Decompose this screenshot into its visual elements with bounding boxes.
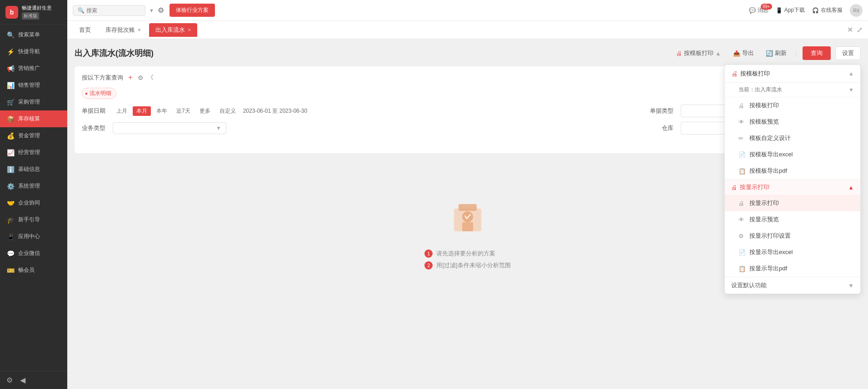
settings-bottom-icon[interactable]: ⚙ xyxy=(6,376,13,384)
message-btn[interactable]: 💬 消息 99+ xyxy=(749,6,768,14)
dropdown-current-arrow: ▼ xyxy=(848,87,854,93)
sidebar-item-system[interactable]: ⚙️ 系统管理 xyxy=(0,178,67,194)
sidebar-label-search: 搜索菜单 xyxy=(18,31,40,39)
app-download-btn[interactable]: 📱 App下载 xyxy=(776,6,805,14)
filter-collapse-btn[interactable]: 《 xyxy=(147,74,154,82)
export-label: 导出 xyxy=(742,49,754,57)
tab-in-out-flow-close[interactable]: × xyxy=(188,27,191,33)
action-divider: | xyxy=(796,50,797,57)
tab-batch-account-close[interactable]: × xyxy=(138,27,141,33)
template-excel-label: 按模板导出excel xyxy=(749,150,793,159)
collapse-sidebar-icon[interactable]: ◀ xyxy=(20,376,25,384)
dropdown-item-display-excel[interactable]: 📄 按显示导出excel xyxy=(725,244,860,260)
tab-batch-account[interactable]: 库存批次账 × xyxy=(99,23,147,37)
user-avatar[interactable]: Rit xyxy=(850,4,863,17)
sidebar-item-inventory[interactable]: 📦 库存核算 xyxy=(0,110,67,127)
date-tab-cur-month[interactable]: 本月 xyxy=(133,106,151,116)
maximize-window-btn[interactable]: ⤢ xyxy=(857,25,863,34)
sidebar-nav: 🔍 搜索菜单 ⚡ 快捷导航 📢 营销推广 📊 销售管理 🛒 采购管理 📦 库存核… xyxy=(0,25,67,371)
filter-header-label: 按以下方案查询 xyxy=(82,74,123,82)
sidebar-item-app-center[interactable]: 📱 应用中心 xyxy=(0,228,67,245)
header-gear-icon[interactable]: ⚙ xyxy=(158,6,164,15)
date-tab-prev-month[interactable]: 上月 xyxy=(113,106,131,116)
close-window-btn[interactable]: ✕ xyxy=(847,25,853,34)
sidebar-item-wechat[interactable]: 💬 企业微信 xyxy=(0,245,67,262)
date-tab-more[interactable]: 更多 xyxy=(196,106,214,116)
export-btn[interactable]: 📤 导出 xyxy=(729,47,758,59)
sidebar-bottom: ⚙ ◀ xyxy=(0,371,67,389)
logo-text-block: 畅捷通好生意 标准版 xyxy=(22,5,52,20)
refresh-btn[interactable]: 🔄 刷新 xyxy=(762,47,790,59)
purchase-icon: 🛒 xyxy=(6,99,15,106)
refresh-label: 刷新 xyxy=(775,49,787,57)
dropdown-item-template-excel[interactable]: 📄 按模板导出excel xyxy=(725,146,860,163)
sidebar-item-enterprise[interactable]: 🤝 企业协同 xyxy=(0,194,67,211)
sidebar-label-app-center: 应用中心 xyxy=(18,233,40,240)
sidebar-item-search[interactable]: 🔍 搜索菜单 xyxy=(0,26,67,43)
dropdown-print-icon: 🖨 xyxy=(731,70,738,77)
business-type-chevron-icon: ▼ xyxy=(216,125,221,131)
dropdown-footer-arrow: ▼ xyxy=(848,282,854,289)
tab-home[interactable]: 首页 xyxy=(73,23,97,37)
dropdown-header: 🖨 按模板打印 ▲ xyxy=(725,65,860,83)
date-tab-recent7[interactable]: 近7天 xyxy=(173,106,194,116)
print-template-btn[interactable]: 🖨 按模板打印 ▲ xyxy=(673,47,725,59)
dropdown-item-display-print[interactable]: 🖨 按显示打印 xyxy=(725,195,860,211)
search-chevron-icon: ▼ xyxy=(149,8,154,13)
page-content: 出入库流水(流水明细) 🖨 按模板打印 ▲ 📤 导出 🔄 刷新 | 查询 设置 xyxy=(67,39,868,389)
display-excel-icon: 📄 xyxy=(738,249,746,256)
sidebar-item-guide[interactable]: 🎓 新手引导 xyxy=(0,211,67,228)
dropdown-item-template-preview[interactable]: 👁 按模板预览 xyxy=(725,114,860,130)
filter-settings-btn[interactable]: ⚙ xyxy=(138,74,144,81)
tab-bar: 首页 库存批次账 × 出入库流水 × ✕ ⤢ xyxy=(67,21,868,39)
sidebar-item-quick-nav[interactable]: ⚡ 快捷导航 xyxy=(0,43,67,60)
sidebar-label-quick-nav: 快捷导航 xyxy=(18,48,40,55)
date-label: 单据日期 xyxy=(82,107,105,115)
empty-illustration xyxy=(445,195,490,240)
dropdown-item-template-print[interactable]: 🖨 按模板打印 xyxy=(725,97,860,114)
online-service-btn[interactable]: 🎧 在线客服 xyxy=(812,6,843,14)
sidebar-label-system: 系统管理 xyxy=(18,182,40,190)
business-type-select[interactable]: ▼ xyxy=(113,122,226,134)
message-icon: 💬 xyxy=(749,7,756,14)
dropdown-item-display-print-settings[interactable]: ⚙ 按显示打印设置 xyxy=(725,228,860,244)
print-chevron-icon: ▲ xyxy=(715,50,721,57)
display-preview-icon: 👁 xyxy=(738,216,746,223)
sidebar-item-purchase[interactable]: 🛒 采购管理 xyxy=(0,94,67,110)
sidebar-label-enterprise: 企业协同 xyxy=(18,199,40,207)
tab-window-controls: ✕ ⤢ xyxy=(847,25,863,34)
app-logo-icon: b xyxy=(5,6,18,19)
dropdown-item-template-pdf[interactable]: 📋 按模板导出pdf xyxy=(725,163,860,179)
dropdown-footer[interactable]: 设置默认功能 ▼ xyxy=(725,277,860,294)
date-tab-custom[interactable]: 自定义 xyxy=(216,106,239,116)
search-input[interactable] xyxy=(86,7,140,14)
filter-add-btn[interactable]: ＋ xyxy=(127,73,134,82)
sidebar: b 畅捷通好生意 标准版 🔍 搜索菜单 ⚡ 快捷导航 📢 营销推广 📊 销售管理… xyxy=(0,0,67,389)
search-box-icon: 🔍 xyxy=(78,7,85,14)
dropdown-item-display-pdf[interactable]: 📋 按显示导出pdf xyxy=(725,260,860,277)
display-section-icon: 🖨 xyxy=(731,184,737,191)
dropdown-current: 当前：出入库流水 ▼ xyxy=(725,83,860,97)
sidebar-item-finance[interactable]: 💰 资金管理 xyxy=(0,127,67,144)
empty-step-1: 1 请先选择要分析的方案 xyxy=(424,249,510,258)
operations-icon: 📈 xyxy=(6,149,15,156)
dropdown-display-section[interactable]: 🖨 按显示打印 ▲ xyxy=(725,180,860,195)
dropdown-item-template-custom[interactable]: ✏ 模板自定义设计 xyxy=(725,130,860,146)
sidebar-label-finance: 资金管理 xyxy=(18,132,40,140)
query-btn[interactable]: 查询 xyxy=(803,46,831,60)
date-tab-cur-year[interactable]: 本年 xyxy=(153,106,171,116)
sidebar-item-marketing[interactable]: 📢 营销推广 xyxy=(0,60,67,77)
header-search-box[interactable]: 🔍 xyxy=(73,5,145,16)
sidebar-item-basic-info[interactable]: ℹ️ 基础信息 xyxy=(0,161,67,178)
sidebar-item-sales[interactable]: 📊 销售管理 xyxy=(0,77,67,94)
sidebar-item-operations[interactable]: 📈 经营管理 xyxy=(0,144,67,161)
dropdown-item-display-preview[interactable]: 👁 按显示预览 xyxy=(725,211,860,228)
sidebar-item-membership[interactable]: 🎫 畅会员 xyxy=(0,262,67,279)
app-download-label: App下载 xyxy=(784,6,805,14)
dropdown-close-arrow[interactable]: ▲ xyxy=(848,70,854,77)
trial-btn[interactable]: 体验行业方案 xyxy=(170,4,215,17)
tab-in-out-flow[interactable]: 出入库流水 × xyxy=(149,23,197,37)
svg-rect-1 xyxy=(459,204,477,211)
tab-in-out-flow-label: 出入库流水 xyxy=(155,26,185,34)
settings-btn[interactable]: 设置 xyxy=(835,46,861,60)
